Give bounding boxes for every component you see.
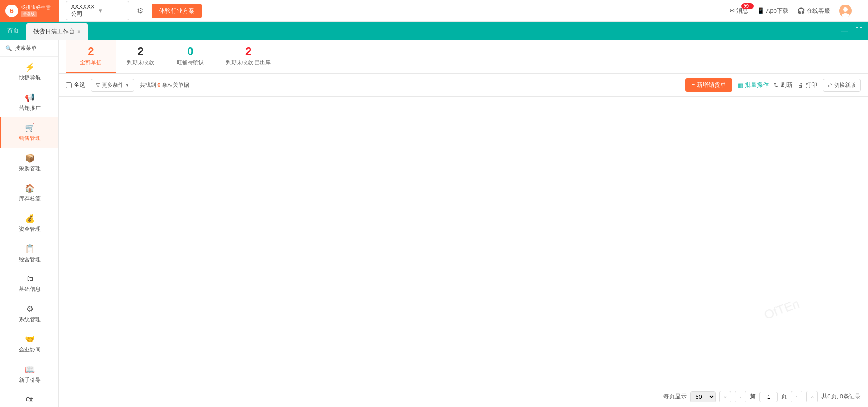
marketing-icon: 📢 [25,93,35,103]
company-dropdown-arrow: ▾ [99,7,124,14]
prev-page-button[interactable]: ‹ [735,391,746,402]
tab-close-button[interactable]: × [77,29,80,34]
messages-badge: 99+ [741,3,754,9]
trial-button[interactable]: 体验行业方案 [152,4,202,18]
app-center-icon: 🛍 [26,395,34,404]
toolbar: 全选 ▽ 更多条件 ∨ 共找到 0 条相关单据 + 新增销货单 ▦ 批量操作 [59,74,868,97]
online-service-button[interactable]: 🎧 在线客服 [797,7,830,15]
batch-icon: ▦ [738,82,743,89]
stats-tab-pending[interactable]: 0 旺铺待确认 [165,40,215,73]
search-icon: 🔍 [5,45,12,51]
sidebar-item-guide[interactable]: 📖 新手引导 [0,359,58,389]
sidebar-item-basic[interactable]: 🗂 基础信息 [0,269,58,299]
stats-tab-all[interactable]: 2 全部单据 [66,40,116,73]
tab-worktable[interactable]: 钱货日清工作台 × [26,23,88,40]
main-layout: 🔍 搜索菜单 ⚡ 快捷导航 📢 营销推广 🛒 销售管理 📦 采购管理 🏠 库存核… [0,40,868,407]
sidebar-item-system[interactable]: ⚙ 系统管理 [0,299,58,329]
empty-area [59,97,868,386]
system-icon: ⚙ [26,304,33,314]
select-all-checkbox[interactable] [66,82,72,88]
page-size-select[interactable]: 20 50 100 [690,391,716,402]
quick-nav-icon: ⚡ [25,62,35,72]
per-page-label: 每页显示 [663,393,687,401]
content-wrapper [59,97,868,386]
toolbar-right: + 新增销货单 ▦ 批量操作 ↻ 刷新 🖨 打印 ⇄ 切换新版 [685,78,861,92]
sidebar-item-purchase[interactable]: 📦 采购管理 [0,148,58,178]
total-records: 共0页, 0条记录 [821,393,861,401]
switch-version-button[interactable]: ⇄ 切换新版 [823,79,861,92]
stats-tabs: 2 全部单据 2 到期未收款 0 旺铺待确认 2 到期未收款 已出库 [59,40,868,74]
filter-arrow-icon: ∨ [125,82,129,88]
tab-home[interactable]: 首页 [0,22,26,40]
messages-button[interactable]: ✉ 消息 99+ [730,7,748,15]
page-input[interactable] [760,392,778,402]
tab-bar-actions: — ⛶ [839,26,868,36]
pagination-bar: 每页显示 20 50 100 « ‹ 第 页 › » 共0页, 0条记录 [59,386,868,407]
sidebar-search[interactable]: 🔍 搜索菜单 [0,40,58,57]
sidebar-item-operations[interactable]: 📋 经营管理 [0,239,58,269]
svg-point-1 [843,7,848,12]
logo-text: 畅捷通好生意 标准版 [21,4,51,18]
print-button[interactable]: 🖨 打印 [798,81,817,89]
settings-button[interactable]: ⚙ [133,4,147,18]
download-icon: 📱 [757,7,764,14]
print-icon: 🖨 [798,82,804,89]
finance-icon: 💰 [25,214,35,224]
logo-area: 6 畅捷通好生意 标准版 [0,0,59,22]
content-area: 2 全部单据 2 到期未收款 0 旺铺待确认 2 到期未收款 已出库 全选 [59,40,868,407]
operations-icon: 📋 [25,244,35,254]
stats-tab-overdue[interactable]: 2 到期未收款 [116,40,165,73]
filter-icon: ▽ [96,82,100,88]
next-page-button[interactable]: › [791,391,802,402]
page-suffix: 页 [781,393,787,401]
cooperation-icon: 🤝 [25,334,35,344]
refresh-icon: ↻ [774,82,779,89]
filter-button[interactable]: ▽ 更多条件 ∨ [91,79,134,92]
sidebar-item-app-center[interactable]: 🛍 应用中心 [0,389,58,407]
switch-icon: ⇄ [828,82,832,88]
message-icon: ✉ [730,7,735,14]
batch-op-button[interactable]: ▦ 批量操作 [738,81,769,89]
new-sale-button[interactable]: + 新增销货单 [685,78,732,92]
first-page-button[interactable]: « [719,391,731,402]
found-text: 共找到 0 条相关单据 [140,81,189,89]
service-icon: 🎧 [797,7,805,14]
header-right: ✉ 消息 99+ 📱 App下载 🎧 在线客服 [730,5,861,17]
sidebar-item-finance[interactable]: 💰 资金管理 [0,208,58,239]
purchase-icon: 📦 [25,153,35,163]
sidebar-item-sales[interactable]: 🛒 销售管理 [0,117,58,148]
tab-maximize-button[interactable]: ⛶ [854,26,864,36]
sidebar-item-marketing[interactable]: 📢 营销推广 [0,87,58,117]
sales-icon: 🛒 [25,123,35,133]
company-selector[interactable]: XXXXXX公司 ▾ [66,1,129,20]
logo-icon: 6 [5,5,18,17]
select-all-wrap[interactable]: 全选 [66,81,85,89]
top-header: 6 畅捷通好生意 标准版 XXXXXX公司 ▾ ⚙ 体验行业方案 ✉ 消息 99… [0,0,868,22]
refresh-button[interactable]: ↻ 刷新 [774,81,793,89]
sidebar-item-cooperation[interactable]: 🤝 企业协同 [0,329,58,359]
sidebar-item-quick-nav[interactable]: ⚡ 快捷导航 [0,57,58,87]
last-page-button[interactable]: » [806,391,818,402]
guide-icon: 📖 [25,365,35,374]
app-download-button[interactable]: 📱 App下载 [757,7,788,15]
inventory-icon: 🏠 [25,183,35,193]
sidebar: 🔍 搜索菜单 ⚡ 快捷导航 📢 营销推广 🛒 销售管理 📦 采购管理 🏠 库存核… [0,40,59,407]
page-label: 第 [750,393,756,401]
basic-icon: 🗂 [26,274,34,284]
stats-tab-overdue-out[interactable]: 2 到期未收款 已出库 [215,40,282,73]
tab-minimize-button[interactable]: — [839,26,850,36]
toolbar-left: 全选 ▽ 更多条件 ∨ 共找到 0 条相关单据 [66,79,189,92]
user-avatar[interactable] [839,5,852,17]
tab-bar: 首页 钱货日清工作台 × — ⛶ [0,22,868,40]
company-name: XXXXXX公司 [71,3,96,18]
sidebar-item-inventory[interactable]: 🏠 库存核算 [0,178,58,208]
